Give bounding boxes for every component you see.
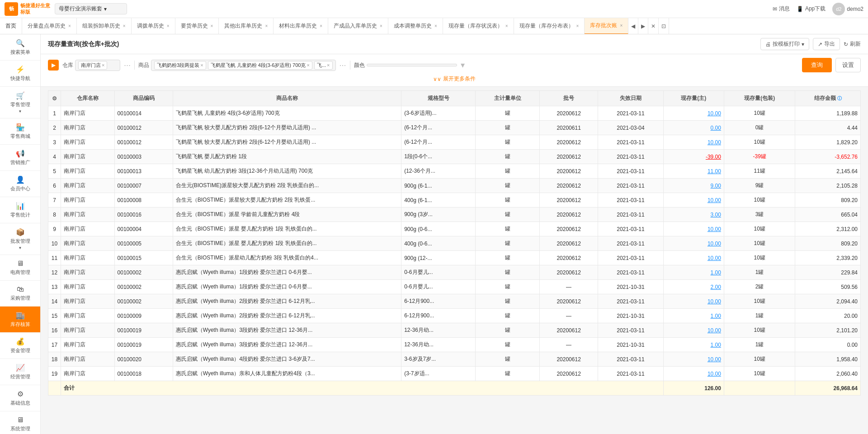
row-qty-main[interactable]: 10.00	[663, 367, 724, 381]
sidebar-item-basic[interactable]: ⚙ 基础信息	[0, 385, 40, 411]
sidebar-item-retail[interactable]: 🛒 零售管理 ▼	[0, 87, 40, 118]
product-tag-1[interactable]: 飞鹤奶粉3段两提装 ×	[154, 61, 206, 70]
export-btn[interactable]: ↗ 导出	[813, 38, 840, 50]
row-code: 00100009	[114, 309, 173, 323]
tab-next-btn[interactable]: ▶	[638, 18, 648, 34]
remove-product-tag-1[interactable]: ×	[200, 62, 203, 68]
org-select[interactable]: 母婴行业演示账套 ▾	[55, 3, 127, 14]
row-qty-main[interactable]: 2.00	[663, 280, 724, 294]
row-qty-main[interactable]: 9.00	[663, 179, 724, 193]
sidebar-item-system[interactable]: 🖥 系统管理	[0, 411, 40, 434]
sidebar-item-operations[interactable]: 📈 经营管理	[0, 359, 40, 385]
template-print-btn[interactable]: 🖨 按模板打印 ▾	[760, 38, 809, 50]
row-unit: 罐	[476, 150, 540, 164]
sidebar-item-ecommerce[interactable]: 🖥 电商管理	[0, 255, 40, 281]
row-qty-main[interactable]: 1.00	[663, 309, 724, 323]
row-qty-main[interactable]: 10.00	[663, 106, 724, 121]
row-qty-main[interactable]: 10.00	[663, 222, 724, 236]
row-qty-pkg: 10罐	[724, 222, 795, 236]
row-batch: 20200612	[540, 367, 598, 381]
row-spec: (3-6岁适用)...	[401, 106, 476, 121]
sidebar-item-marketing[interactable]: 📢 营销推广	[0, 145, 40, 171]
row-qty-main[interactable]: 11.00	[663, 164, 724, 179]
remove-warehouse-tag[interactable]: ×	[102, 62, 104, 68]
tab-close-xianzailiang1[interactable]: ×	[505, 24, 508, 28]
row-qty-main[interactable]: 10.00	[663, 352, 724, 367]
tab-close-yaohuodan[interactable]: ×	[211, 24, 213, 28]
row-amount: 2,060.40	[795, 367, 861, 381]
sidebar-item-finance[interactable]: 💰 资金管理	[0, 333, 40, 359]
tab-close-zuchai[interactable]: ×	[123, 24, 126, 28]
product-filter-input[interactable]: 飞鹤奶粉3段两提装 × 飞鹤星飞帆 儿童奶粉 4段(3-6岁适用) 700克 ×…	[151, 60, 335, 71]
table-row: 3 南岸门店 00100012 飞鹤星飞帆 较大婴儿配方奶粉 2段(6-12个月…	[48, 135, 861, 150]
tab-close-cailiao[interactable]: ×	[320, 24, 322, 28]
app-download-btn[interactable]: 📱 App下载	[797, 5, 826, 13]
row-qty-main[interactable]: 10.00	[663, 236, 724, 251]
row-no: 12	[48, 265, 61, 280]
warehouse-filter-input[interactable]: 南岸门店 ×	[75, 60, 120, 71]
table-row: 1 南岸门店 00100014 飞鹤星飞帆 儿童奶粉 4段(3-6岁适用) 70…	[48, 106, 861, 121]
row-qty-main[interactable]: 10.00	[663, 323, 724, 338]
tab-close-qitachuku[interactable]: ×	[265, 24, 268, 28]
tab-cailiao[interactable]: 材料出库单历史 ×	[274, 18, 328, 34]
row-qty-main[interactable]: -39.00	[663, 150, 724, 164]
tab-tiaopo[interactable]: 调拨单历史 ×	[132, 18, 175, 34]
tab-close-all-btn[interactable]: ✕	[648, 18, 659, 34]
sidebar-item-retailshop[interactable]: 🏪 零售商城	[0, 118, 40, 145]
column-settings-icon[interactable]: ⚙	[52, 95, 57, 102]
row-qty-main[interactable]: 10.00	[663, 294, 724, 309]
table-row: 16 南岸门店 00100019 惠氏启赋（Wyeth illuma）3段奶粉 …	[48, 323, 861, 338]
warehouse-tag-nanandian[interactable]: 南岸门店 ×	[78, 61, 107, 70]
row-qty-main[interactable]: 10.00	[663, 193, 724, 208]
tab-pici[interactable]: 库存批次账 ×	[585, 18, 628, 34]
table-row: 15 南岸门店 00100009 惠氏启赋（Wyeth illuma）2段奶粉 …	[48, 309, 861, 323]
row-qty-main[interactable]: 10.00	[663, 135, 724, 150]
expand-conditions-btn[interactable]: ∨∨ 展开更多条件	[433, 75, 476, 83]
tab-chanpin[interactable]: 产成品入库单历史 ×	[328, 18, 388, 34]
sidebar-item-quicknav[interactable]: ⚡ 快捷导航	[0, 61, 40, 87]
tab-prev-btn[interactable]: ◀	[628, 18, 638, 34]
tab-close-chanpin[interactable]: ×	[380, 24, 382, 28]
tab-xianzailiang1[interactable]: 现存量（库存状况表） ×	[443, 18, 514, 34]
tab-xianzailiang2[interactable]: 现存量（库存分布表） ×	[514, 18, 585, 34]
tab-home[interactable]: 首页	[0, 18, 22, 34]
tab-yaohuodan[interactable]: 要货单历史 ×	[175, 18, 219, 34]
tab-close-pici[interactable]: ×	[620, 23, 623, 28]
top-bar: 畅 畅捷通好生意 标版 母婴行业演示账套 ▾ ✉ 消息 📱 App下载 d2 d…	[0, 0, 868, 18]
product-tag-3[interactable]: 飞... ×	[314, 61, 333, 70]
row-warehouse: 南岸门店	[61, 309, 115, 323]
sidebar-item-inventory[interactable]: 🏬 库存核算	[0, 307, 40, 333]
sidebar-item-search[interactable]: 🔍 搜索英单	[0, 34, 40, 61]
setting-btn[interactable]: 设置	[835, 58, 861, 72]
row-unit: 罐	[476, 236, 540, 251]
row-qty-main[interactable]: 0.00	[663, 121, 724, 135]
tab-close-chengben[interactable]: ×	[434, 24, 437, 28]
tab-chengben[interactable]: 成本调整单历史 ×	[388, 18, 443, 34]
product-tag-2[interactable]: 飞鹤星飞帆 儿童奶粉 4段(3-6岁适用) 700克 ×	[208, 61, 312, 70]
message-btn[interactable]: ✉ 消息	[773, 5, 790, 13]
row-qty-main[interactable]: 3.00	[663, 208, 724, 222]
sidebar-item-wholesale[interactable]: 📦 批发管理 ▼	[0, 223, 40, 255]
row-qty-main[interactable]: 10.00	[663, 251, 724, 265]
user-menu[interactable]: d2 demo2	[832, 3, 863, 15]
sidebar-item-retailstat[interactable]: 📊 零售统计	[0, 197, 40, 223]
filter-expand-btn[interactable]: ▶	[48, 60, 59, 71]
query-btn[interactable]: 查询	[802, 58, 832, 72]
remove-product-tag-3[interactable]: ×	[327, 62, 330, 68]
tab-expand-btn[interactable]: ⊡	[659, 18, 669, 34]
color-filter-input[interactable]	[367, 64, 457, 66]
th-settings[interactable]: ⚙	[48, 91, 61, 106]
tab-fenpan[interactable]: 分量盘点单历史 ×	[22, 18, 77, 34]
remove-product-tag-2[interactable]: ×	[307, 62, 309, 68]
amount-info-icon[interactable]: ⓘ	[837, 96, 842, 101]
row-qty-main[interactable]: 1.00	[663, 338, 724, 352]
tab-close-tiaopo[interactable]: ×	[167, 24, 170, 28]
tab-qitachuku[interactable]: 其他出库单历史 ×	[219, 18, 274, 34]
row-qty-main[interactable]: 1.00	[663, 265, 724, 280]
tab-zuchai[interactable]: 组装拆卸单历史 ×	[77, 18, 132, 34]
refresh-btn[interactable]: ↻ 刷新	[844, 40, 861, 48]
sidebar-item-purchase[interactable]: 🛍 采购管理	[0, 281, 40, 307]
tab-close-xianzailiang2[interactable]: ×	[576, 24, 579, 28]
sidebar-item-member[interactable]: 👤 会员中心	[0, 171, 40, 197]
tab-close-fenpan[interactable]: ×	[68, 24, 71, 28]
